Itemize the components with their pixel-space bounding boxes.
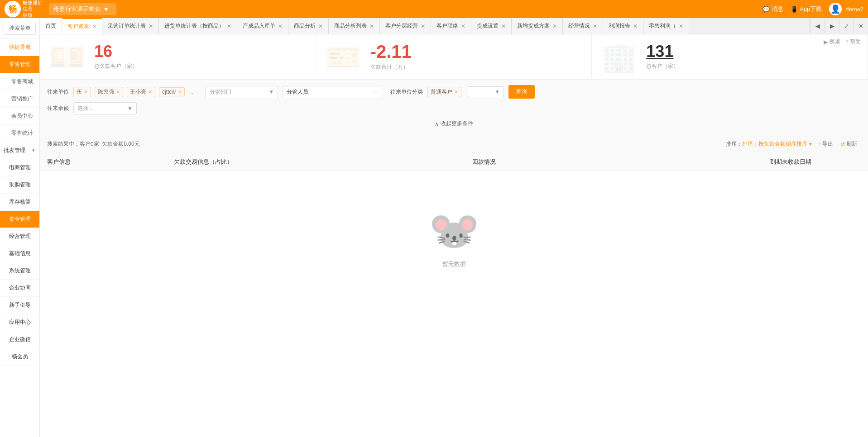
col-repayment: 回款情况 <box>472 158 771 166</box>
results-bar: 搜索结果中，客户 0 家 欠款金额 0.00元 排序： 排序：按欠款金额倒序排序… <box>40 135 868 153</box>
person-arrow-icon: ··· <box>374 89 378 95</box>
content-area: 首页 客户账本 ✕ 采购订单统计表 ✕ 进货单统计表（按商品） ✕ 产成品入库单… <box>40 18 868 437</box>
stat-total-customers: 💴 16 总欠款客户（家） <box>40 34 316 79</box>
dept-filter-select[interactable]: 分管部门 ▼ <box>206 86 278 98</box>
tab-customer-tier[interactable]: 客户分层经营 ✕ <box>380 18 431 34</box>
download-icon: 📱 <box>791 6 798 13</box>
collapse-filter-btn[interactable]: ∧ 收起更多条件 <box>433 118 475 129</box>
sidebar-item-quick-nav[interactable]: 快捷导航 <box>0 39 39 56</box>
wholesale-arrow-icon: ▼ <box>31 148 36 153</box>
tab-extra-nav: ◀ ▶ ⤢ ✕ <box>810 18 868 34</box>
remove-tag-cjttcw[interactable]: ✕ <box>177 89 182 95</box>
tab-purchase-stats[interactable]: 采购订单统计表 ✕ <box>102 18 159 34</box>
tab-close-customer-contact[interactable]: ✕ <box>461 23 465 29</box>
sidebar-item-retail-mall[interactable]: 零售商城 <box>0 73 39 90</box>
tab-product-analysis[interactable]: 商品分析 ✕ <box>288 18 329 34</box>
tab-close-accounts[interactable]: ✕ <box>92 24 96 30</box>
col-debt-info: 欠款交易信息（占比） <box>174 158 472 166</box>
play-icon: ▶ <box>824 39 828 45</box>
sidebar-item-guide[interactable]: 新手引导 <box>0 297 39 314</box>
message-icon: 💬 <box>762 6 770 13</box>
unit-tags-more[interactable]: ... <box>188 88 197 96</box>
tab-close-product-inbound[interactable]: ✕ <box>278 23 283 29</box>
tab-close-profit-report[interactable]: ✕ <box>633 23 638 29</box>
tab-product-inbound[interactable]: 产成品入库单 ✕ <box>237 18 288 34</box>
sidebar-item-vip[interactable]: 畅会员 <box>0 348 39 366</box>
user-menu[interactable]: 👤 demo2 <box>829 3 863 15</box>
remove-category-tag[interactable]: ✕ <box>454 89 458 95</box>
sidebar-item-corp-wechat[interactable]: 企业微信 <box>0 331 39 348</box>
sidebar-item-system[interactable]: 系统管理 <box>0 262 39 280</box>
message-btn[interactable]: 💬 消息 <box>762 5 783 13</box>
store-selector[interactable]: 母婴行业演示帐套 ▼ <box>49 3 116 15</box>
tab-close-all-btn[interactable]: ✕ <box>854 18 868 34</box>
unit-category-label: 往来单位分类 <box>390 88 423 96</box>
stat-total-debt: 🎫 -2.11 欠款合计（万） <box>316 34 592 79</box>
tab-close-purchase-stats[interactable]: ✕ <box>149 23 153 29</box>
tab-business-status[interactable]: 经营情况 ✕ <box>563 18 603 34</box>
tab-inbound-stats[interactable]: 进货单统计表（按商品） ✕ <box>159 18 237 34</box>
tab-expand-btn[interactable]: ⤢ <box>839 18 854 34</box>
remove-tag-chen[interactable]: ✕ <box>116 89 120 95</box>
tab-raise-settings[interactable]: 提成设置 ✕ <box>471 18 512 34</box>
tab-customer-contact[interactable]: 客户联络 ✕ <box>431 18 471 34</box>
tab-profit-report[interactable]: 利润报告 ✕ <box>603 18 643 34</box>
help-btn[interactable]: ? 帮助 <box>845 38 861 46</box>
tab-new-raise-plan[interactable]: 新增提成方案 ✕ <box>512 18 563 34</box>
logo-icon: 畅 <box>5 1 21 17</box>
balance-filter-select[interactable]: 选择... ▼ <box>73 102 137 114</box>
sidebar-item-inventory[interactable]: 库存核算 <box>0 194 39 211</box>
tab-prev-btn[interactable]: ◀ <box>810 18 825 34</box>
dept-arrow-icon: ▼ <box>269 89 274 95</box>
help-icon: ? <box>845 39 849 45</box>
sidebar-item-corp-coop[interactable]: 企业协同 <box>0 280 39 297</box>
tab-close-raise-settings[interactable]: ✕ <box>501 23 506 29</box>
sidebar-item-base-info[interactable]: 基础信息 <box>0 245 39 262</box>
unit-filter-label: 往来单位 <box>47 88 69 96</box>
tab-bar: 首页 客户账本 ✕ 采购订单统计表 ✕ 进货单统计表（按商品） ✕ 产成品入库单… <box>40 18 868 34</box>
remove-tag-wang[interactable]: ✕ <box>148 89 152 95</box>
tab-close-customer-tier[interactable]: ✕ <box>421 23 425 29</box>
tab-close-retail-profit[interactable]: ✕ <box>679 23 683 29</box>
sidebar-item-finance[interactable]: 资金管理 <box>0 211 39 228</box>
stat-label-customers: 总欠款客户（家） <box>94 62 138 70</box>
app-download-btn[interactable]: 📱 App下载 <box>791 5 822 13</box>
sidebar-item-wholesale[interactable]: 批发管理 ▼ <box>0 142 39 159</box>
sort-select[interactable]: 排序： 排序：按欠款金额倒序排序 ▼ <box>726 140 813 148</box>
refresh-btn[interactable]: ↺ 刷新 <box>837 139 861 149</box>
sidebar-item-retail[interactable]: 零售管理 <box>0 56 39 73</box>
search-menu-button[interactable]: 搜索菜单 <box>4 22 36 35</box>
sidebar-item-members[interactable]: 会员中心 <box>0 108 39 125</box>
tab-retail-profit[interactable]: 零售利润（ ✕ <box>643 18 689 34</box>
sort-arrow-icon: ▼ <box>808 142 813 147</box>
stat-label-debt: 欠款合计（万） <box>370 63 412 71</box>
tab-close-product-analysis-list[interactable]: ✕ <box>369 23 374 29</box>
export-btn[interactable]: ↑ 导出 <box>815 139 837 149</box>
sidebar-item-marketing[interactable]: 营销推广 <box>0 90 39 108</box>
tab-close-inbound-stats[interactable]: ✕ <box>227 23 231 29</box>
sidebar-item-purchase[interactable]: 采购管理 <box>0 176 39 194</box>
tab-product-analysis-list[interactable]: 商品分析列表 ✕ <box>329 18 380 34</box>
query-button[interactable]: 查询 <box>508 85 535 99</box>
empty-illustration: 🐭 <box>429 207 480 255</box>
sort-label: 排序： <box>726 140 742 148</box>
sidebar-item-retail-stats[interactable]: 零售统计 <box>0 125 39 142</box>
tab-home[interactable]: 首页 <box>40 18 62 34</box>
logo-text: 畅捷通好生意 标版 <box>23 0 44 18</box>
category-select[interactable]: ▼ <box>468 86 504 97</box>
tab-close-product-analysis[interactable]: ✕ <box>318 23 323 29</box>
tab-close-business-status[interactable]: ✕ <box>593 23 597 29</box>
unit-filter-tags: 伍 ✕ 陈民强 ✕ 王小亮 ✕ <box>73 87 197 97</box>
sidebar: 搜索菜单 快捷导航 零售管理 零售商城 营销推广 会员中心 零售统计 批发管理 … <box>0 18 40 437</box>
sidebar-item-ecommerce[interactable]: 电商管理 <box>0 159 39 176</box>
table-header: 客户信息 欠款交易信息（占比） 回款情况 到期未收款日期 <box>40 153 868 171</box>
tab-accounts[interactable]: 客户账本 ✕ <box>62 18 102 34</box>
tab-close-new-raise-plan[interactable]: ✕ <box>552 23 557 29</box>
tab-next-btn[interactable]: ▶ <box>825 18 839 34</box>
video-help-btn[interactable]: ▶ 视频 <box>824 38 840 46</box>
remove-tag-wu[interactable]: ✕ <box>84 89 88 95</box>
sidebar-item-app-center[interactable]: 应用中心 <box>0 314 39 331</box>
col-due-date: 到期未收款日期 <box>770 158 861 166</box>
person-filter-select[interactable]: 分管人员 ··· <box>283 86 382 98</box>
sidebar-item-operations[interactable]: 经营管理 <box>0 228 39 245</box>
